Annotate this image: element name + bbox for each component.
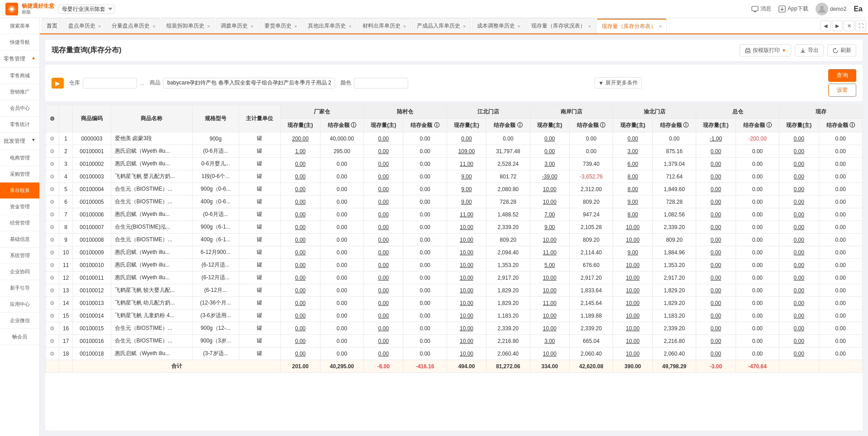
- tab-close[interactable]: ×: [463, 23, 466, 29]
- tab-transfer[interactable]: 调拨单历史×: [216, 18, 258, 33]
- row-l-qty[interactable]: 0.00: [363, 347, 403, 360]
- row-settings[interactable]: ⚙: [46, 208, 59, 221]
- tab-inventory-check[interactable]: 盘点单历史×: [63, 18, 106, 33]
- row-settings[interactable]: ⚙: [46, 234, 59, 246]
- row-na-qty[interactable]: 10.00: [530, 284, 570, 297]
- row-f-qty[interactable]: 0.00: [281, 259, 321, 272]
- filter-arrow-btn[interactable]: ▶: [52, 78, 64, 89]
- row-l-qty[interactable]: 0.00: [363, 132, 403, 145]
- row-jb-qty[interactable]: 10.00: [447, 246, 486, 259]
- sidebar-item-wholesale[interactable]: 批发管理▼: [0, 133, 39, 150]
- row-f-qty[interactable]: 0.00: [281, 196, 321, 208]
- tab-assembly[interactable]: 组装拆卸单历史×: [161, 18, 215, 33]
- row-f-qty[interactable]: 0.00: [281, 246, 321, 259]
- row-l-qty[interactable]: 0.00: [363, 221, 403, 234]
- row-f-qty[interactable]: 0.00: [281, 347, 321, 360]
- row-cur-qty[interactable]: 0.00: [779, 297, 819, 309]
- row-jb-qty[interactable]: 9.00: [447, 183, 486, 196]
- refresh-btn[interactable]: 刷新: [827, 44, 856, 56]
- row-f-qty[interactable]: 0.00: [281, 335, 321, 347]
- row-l-qty[interactable]: 0.00: [363, 183, 403, 196]
- row-na-qty[interactable]: 9.00: [530, 221, 570, 234]
- row-yb-qty[interactable]: 10.00: [613, 272, 653, 284]
- tab-close[interactable]: ×: [152, 23, 155, 29]
- row-f-qty[interactable]: 0.00: [281, 183, 321, 196]
- row-na-qty[interactable]: 3.00: [530, 335, 570, 347]
- sidebar-item-retail[interactable]: 零售管理▲: [0, 51, 39, 68]
- row-settings[interactable]: ⚙: [46, 183, 59, 196]
- tab-close[interactable]: ×: [349, 23, 351, 29]
- row-f-qty[interactable]: 200.00: [281, 132, 321, 145]
- sidebar-item-finance[interactable]: 资金管理: [0, 199, 39, 215]
- user-badge[interactable]: Ea: [854, 5, 863, 13]
- settings-btn[interactable]: 设置: [828, 84, 856, 97]
- row-f-qty[interactable]: 0.00: [281, 208, 321, 221]
- tab-stock-status[interactable]: 现存量（库存状况表）×: [526, 18, 596, 33]
- row-l-qty[interactable]: 0.00: [363, 145, 403, 158]
- row-settings[interactable]: ⚙: [46, 170, 59, 183]
- row-f-qty[interactable]: 0.00: [281, 158, 321, 170]
- tab-close[interactable]: ×: [250, 23, 253, 29]
- row-f-qty[interactable]: 1.00: [281, 145, 321, 158]
- sidebar-item-ecommerce[interactable]: 电商管理: [0, 150, 39, 166]
- row-l-qty[interactable]: 0.00: [363, 170, 403, 183]
- tab-close[interactable]: ×: [294, 23, 297, 29]
- row-f-qty[interactable]: 0.00: [281, 221, 321, 234]
- sidebar-item-member[interactable]: 会员中心: [0, 100, 39, 117]
- row-na-qty[interactable]: 7.00: [530, 208, 570, 221]
- tab-close[interactable]: ×: [659, 23, 661, 29]
- row-yb-qty[interactable]: 10.00: [613, 284, 653, 297]
- row-l-qty[interactable]: 0.00: [363, 322, 403, 335]
- row-l-qty[interactable]: 0.00: [363, 246, 403, 259]
- row-l-qty[interactable]: 0.00: [363, 234, 403, 246]
- row-jb-qty[interactable]: 11.00: [447, 158, 486, 170]
- row-yb-qty[interactable]: 8.00: [613, 208, 653, 221]
- row-l-qty[interactable]: 0.00: [363, 208, 403, 221]
- row-jb-qty[interactable]: 10.00: [447, 234, 486, 246]
- row-yb-qty[interactable]: 6.00: [613, 158, 653, 170]
- row-settings[interactable]: ⚙: [46, 335, 59, 347]
- row-t-qty[interactable]: -1.00: [696, 132, 736, 145]
- row-jb-qty[interactable]: 10.00: [447, 284, 486, 297]
- row-jb-qty[interactable]: 10.00: [447, 221, 486, 234]
- sidebar-item-enterprise[interactable]: 企业协同: [0, 264, 39, 280]
- tab-stock-dist[interactable]: 现存量（库存分布表）×: [597, 19, 666, 34]
- tab-close[interactable]: ×: [403, 23, 406, 29]
- row-cur-qty[interactable]: 0.00: [779, 347, 819, 360]
- sidebar-item-mall[interactable]: 零售商城: [0, 68, 39, 84]
- row-yb-qty[interactable]: 10.00: [613, 322, 653, 335]
- row-f-qty[interactable]: 0.00: [281, 309, 321, 322]
- row-t-qty[interactable]: 0.00: [696, 284, 736, 297]
- industry-select[interactable]: 母婴行业演示陈套: [58, 5, 115, 14]
- row-na-qty[interactable]: 10.00: [530, 309, 570, 322]
- row-na-qty[interactable]: 3.00: [530, 158, 570, 170]
- row-f-qty[interactable]: 0.00: [281, 272, 321, 284]
- row-t-qty[interactable]: 0.00: [696, 234, 736, 246]
- print-btn[interactable]: 按模版打印 ▼: [740, 44, 791, 56]
- app-download-btn[interactable]: App下载: [778, 5, 808, 13]
- row-jb-qty[interactable]: 109.00: [447, 145, 486, 158]
- warehouse-dots-btn[interactable]: ...: [140, 80, 144, 86]
- row-l-qty[interactable]: 0.00: [363, 272, 403, 284]
- row-na-qty[interactable]: 10.00: [530, 272, 570, 284]
- row-cur-qty[interactable]: 0.00: [779, 272, 819, 284]
- row-cur-qty[interactable]: 0.00: [779, 170, 819, 183]
- tab-material-out[interactable]: 材料出库单历史×: [358, 18, 411, 33]
- row-f-qty[interactable]: 0.00: [281, 297, 321, 309]
- tab-close-all-btn[interactable]: ✕: [844, 20, 854, 31]
- row-yb-qty[interactable]: 10.00: [613, 309, 653, 322]
- row-settings[interactable]: ⚙: [46, 221, 59, 234]
- row-na-qty[interactable]: 10.00: [530, 322, 570, 335]
- row-jb-qty[interactable]: 9.00: [447, 170, 486, 183]
- row-yb-qty[interactable]: 9.00: [613, 196, 653, 208]
- tab-close[interactable]: ×: [518, 23, 520, 29]
- tab-product-in[interactable]: 产成品入库单历史×: [412, 18, 471, 33]
- row-na-qty[interactable]: 10.00: [530, 183, 570, 196]
- row-t-qty[interactable]: 0.00: [696, 322, 736, 335]
- row-t-qty[interactable]: 0.00: [696, 347, 736, 360]
- row-f-qty[interactable]: 0.00: [281, 234, 321, 246]
- row-settings[interactable]: ⚙: [46, 309, 59, 322]
- row-settings[interactable]: ⚙: [46, 132, 59, 145]
- sidebar-item-operations[interactable]: 经营管理: [0, 215, 39, 231]
- row-l-qty[interactable]: 0.00: [363, 196, 403, 208]
